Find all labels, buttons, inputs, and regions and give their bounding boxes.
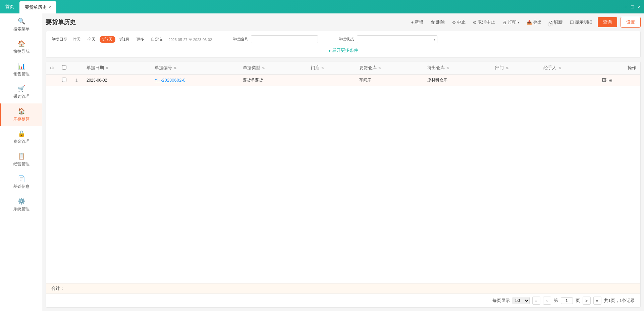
- row-docno-link[interactable]: YH-20230602-0: [155, 78, 185, 83]
- table-checkbox-col: [58, 61, 70, 75]
- row-dept-cell: [491, 75, 539, 86]
- row-req-warehouse-cell: 车间库: [355, 75, 423, 86]
- window-controls: − □ ×: [624, 4, 644, 9]
- page-number-input[interactable]: [561, 297, 573, 304]
- date-btn-1month[interactable]: 近1月: [117, 36, 132, 43]
- date-btn-today[interactable]: 今天: [85, 36, 98, 43]
- first-page-button[interactable]: «: [532, 297, 540, 305]
- row-checkbox[interactable]: [62, 78, 66, 82]
- sort-date-icon[interactable]: ⇅: [106, 66, 108, 70]
- content-area: 要货单历史 + 新增 🗑 删除 ⊘ 中止 ⊙ 取消中止: [42, 13, 644, 311]
- footer-total-label: 合计：: [51, 285, 64, 292]
- date-btn-custom[interactable]: 自定义: [148, 36, 166, 43]
- tab-home[interactable]: 首页: [0, 0, 19, 13]
- export-button[interactable]: 📤 导出: [525, 18, 544, 27]
- refresh-button[interactable]: ↺ 刷新: [547, 18, 565, 27]
- cancel-stop-icon: ⊙: [473, 20, 477, 25]
- sidebar-item-purchase[interactable]: 🛒 采购管理: [0, 81, 42, 103]
- cancel-stop-button[interactable]: ⊙ 取消中止: [471, 18, 497, 27]
- page-title: 要货单历史: [46, 18, 76, 26]
- data-table: ⚙ 单据日期 ⇅ 单据编号: [46, 61, 640, 86]
- table-header-row: ⚙ 单据日期 ⇅ 单据编号: [46, 61, 640, 75]
- status-filter-group: 单据状态 ▾: [338, 35, 437, 43]
- query-button[interactable]: 查询: [598, 17, 617, 27]
- new-button[interactable]: + 新增: [409, 18, 425, 27]
- tab-list: 首页 要货单历史 ×: [0, 0, 56, 13]
- table-row: 1 2023-06-02 YH-20230602-0 要货单要货 车间库 原材料…: [46, 75, 640, 86]
- print-button[interactable]: 🖨 打印 ▾: [500, 18, 521, 27]
- sidebar-item-finance[interactable]: 🔒 资金管理: [0, 126, 42, 148]
- minimize-button[interactable]: −: [624, 4, 627, 9]
- col-handler: 经手人 ⇅: [539, 61, 597, 75]
- sidebar: 🔍 搜索菜单 🏠 快捷导航 📊 销售管理 🛒 采购管理 🏠 库存核算 🔒 资金管…: [0, 13, 42, 311]
- page-size-label: 每页显示: [492, 298, 510, 304]
- last-page-button[interactable]: »: [593, 297, 601, 305]
- sidebar-item-quicknav[interactable]: 🏠 快捷导航: [0, 36, 42, 58]
- date-btn-yesterday[interactable]: 昨天: [70, 36, 84, 43]
- top-bar: 首页 要货单历史 × − □ ×: [0, 0, 644, 13]
- document-icon: 📄: [18, 175, 25, 182]
- expand-filter-button[interactable]: ▾ 展开更多条件: [328, 47, 358, 53]
- docno-filter-group: 单据编号: [232, 35, 318, 43]
- filter-row-1: 单据日期 昨天 今天 近7天 近1月 更多 自定义 2023-05-27 至 2…: [51, 35, 635, 43]
- col-req-warehouse: 要货仓库 ⇅: [355, 61, 423, 75]
- row-more-icon[interactable]: ⊞: [608, 78, 612, 83]
- sort-store-icon[interactable]: ⇅: [321, 66, 324, 70]
- tab-close-icon[interactable]: ×: [49, 5, 51, 10]
- plus-icon: +: [411, 20, 414, 25]
- row-idx-cell: 1: [70, 75, 83, 86]
- sidebar-item-search[interactable]: 🔍 搜索菜单: [0, 13, 42, 36]
- sidebar-item-inventory[interactable]: 🏠 库存核算: [0, 103, 42, 126]
- sort-handler-icon[interactable]: ⇅: [558, 66, 561, 70]
- sidebar-item-system[interactable]: ⚙️ 系统管理: [0, 193, 42, 216]
- sidebar-item-operations[interactable]: 📋 经营管理: [0, 148, 42, 171]
- show-detail-button[interactable]: ☐ 显示明细: [568, 18, 594, 27]
- sidebar-item-sales[interactable]: 📊 销售管理: [0, 58, 42, 81]
- row-checkbox-cell: [58, 75, 70, 86]
- date-filter-label: 单据日期: [51, 37, 67, 42]
- prev-page-button[interactable]: <: [543, 297, 551, 305]
- date-btn-more[interactable]: 更多: [133, 36, 147, 43]
- pagination-summary: 共1页，1条记录: [604, 298, 635, 304]
- sort-dept-icon[interactable]: ⇅: [506, 66, 508, 70]
- status-filter-select[interactable]: [357, 35, 437, 43]
- row-settings-cell: [46, 75, 58, 86]
- home-icon: 🏠: [18, 40, 25, 47]
- sort-doctype-icon[interactable]: ⇅: [262, 66, 265, 70]
- select-all-checkbox[interactable]: [62, 65, 66, 70]
- date-range-display: 2023-05-27 至 2023-06-02: [168, 37, 212, 42]
- ops-buttons: 🖼 ⊞: [602, 78, 636, 83]
- docno-filter-input[interactable]: [251, 35, 318, 43]
- lock-icon: 🔒: [18, 130, 25, 137]
- sort-pending-warehouse-icon[interactable]: ⇅: [446, 66, 449, 70]
- table-settings-col[interactable]: ⚙: [46, 61, 58, 75]
- table-footer: 合计：: [46, 283, 640, 294]
- sort-req-warehouse-icon[interactable]: ⇅: [378, 66, 381, 70]
- stop-button[interactable]: ⊘ 中止: [450, 18, 468, 27]
- sidebar-item-basic[interactable]: 📄 基础信息: [0, 171, 42, 193]
- page-header: 要货单历史 + 新增 🗑 删除 ⊘ 中止 ⊙ 取消中止: [46, 17, 641, 28]
- refresh-icon: ↺: [549, 20, 553, 25]
- sort-docno-icon[interactable]: ⇅: [174, 66, 176, 70]
- col-dept: 部门 ⇅: [491, 61, 539, 75]
- settings-button[interactable]: 设置: [621, 17, 641, 28]
- maximize-button[interactable]: □: [631, 4, 634, 9]
- next-page-button[interactable]: >: [583, 297, 591, 305]
- tab-requisition-history[interactable]: 要货单历史 ×: [19, 1, 56, 13]
- print-arrow-icon: ▾: [518, 20, 519, 24]
- filter-bottom: ▾ 展开更多条件: [51, 45, 635, 53]
- header-actions: + 新增 🗑 删除 ⊘ 中止 ⊙ 取消中止 🖨 打印: [409, 17, 641, 28]
- delete-button[interactable]: 🗑 删除: [429, 18, 447, 27]
- col-date: 单据日期 ⇅: [83, 61, 151, 75]
- close-button[interactable]: ×: [638, 4, 641, 9]
- date-buttons: 昨天 今天 近7天 近1月 更多 自定义: [70, 36, 166, 43]
- row-pending-warehouse-cell: 原材料仓库: [423, 75, 491, 86]
- row-doctype-cell: 要货单要货: [239, 75, 307, 86]
- row-view-icon[interactable]: 🖼: [602, 78, 606, 83]
- row-store-cell: [307, 75, 355, 86]
- row-date-cell: 2023-06-02: [83, 75, 151, 86]
- clipboard-icon: 📋: [18, 152, 25, 160]
- page-size-select[interactable]: 50 100: [513, 297, 530, 304]
- date-btn-7days[interactable]: 近7天: [100, 36, 115, 43]
- stop-icon: ⊘: [452, 20, 456, 25]
